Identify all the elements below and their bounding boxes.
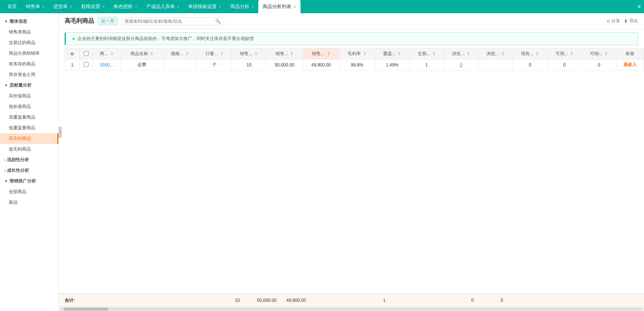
close-product-stock-tab[interactable]: ×: [177, 4, 179, 9]
sidebar-item-high-value[interactable]: 高价值商品: [0, 91, 58, 101]
top-nav: 首页 销售单 × 进货单 × 权限设置 × 角色授权 × 产成品入库单 × 单据…: [0, 0, 644, 13]
info-icon: ✦: [72, 36, 75, 41]
sort-code-icon: ⇕: [110, 51, 114, 56]
sort-sales1-icon: ⇕: [254, 51, 258, 56]
sidebar-item-stock-goods[interactable]: 有库存的商品: [0, 59, 58, 69]
nav-permissions[interactable]: 权限设置 ×: [77, 0, 109, 13]
nav-roles[interactable]: 角色授权 ×: [109, 0, 141, 13]
sidebar-item-new-goods[interactable]: 新品: [0, 197, 58, 208]
sidebar-item-low-margin[interactable]: 低毛利商品: [0, 144, 58, 155]
cell-unit: 个: [197, 59, 232, 70]
sidebar-section-overall[interactable]: ▼ 整体信息: [0, 16, 58, 27]
col-coverage[interactable]: 覆盖... ⇕: [375, 48, 409, 59]
col-stock2[interactable]: 可用... ⇕: [547, 48, 582, 59]
nav-home[interactable]: 首页: [3, 0, 21, 13]
search-input[interactable]: [125, 19, 214, 24]
col-settings[interactable]: ⚙: [65, 48, 80, 59]
col-name[interactable]: 商品名称 ⇕: [121, 48, 163, 59]
cell-coverage: 1.49%: [375, 59, 409, 70]
settings-icon[interactable]: ⚙: [70, 51, 74, 57]
sort-spec-icon: ⇕: [186, 51, 189, 56]
cell-browse2: [478, 59, 513, 70]
sidebar-item-high-coverage[interactable]: 高覆盖量商品: [0, 112, 58, 123]
cell-code[interactable]: 0000...: [93, 59, 121, 70]
close-sales-tab[interactable]: ×: [42, 4, 44, 9]
export-button[interactable]: ⬆ 导出: [624, 18, 638, 24]
sidebar-item-stock-capital[interactable]: 库存资金占用: [0, 69, 58, 80]
header-actions: ⎋ 分享 ⬆ 导出: [607, 18, 638, 24]
sidebar-item-traded-goods[interactable]: 交易过的商品: [0, 37, 58, 48]
page-title: 高毛利商品: [65, 17, 94, 25]
cell-stock2: 0: [547, 59, 582, 70]
share-button[interactable]: ⎋ 分享: [607, 18, 620, 24]
col-unit[interactable]: 计量... ⇕: [197, 48, 232, 59]
arrow-contribution: ▼: [4, 83, 8, 87]
sort-name-icon: ⇕: [150, 51, 154, 56]
col-checkbox[interactable]: [80, 48, 93, 59]
col-stock3[interactable]: 可销... ⇕: [582, 48, 616, 59]
sort-transactions-icon: ⇕: [432, 51, 436, 56]
col-stock1[interactable]: 现有... ⇕: [513, 48, 547, 59]
sidebar-item-sales-goods[interactable]: 销售类商品: [0, 27, 58, 37]
sidebar-toggle[interactable]: «: [59, 127, 62, 138]
sidebar-section-growth[interactable]: › 成长性分析: [0, 165, 58, 176]
cell-stock3: 0: [582, 59, 616, 70]
cell-browse1[interactable]: 0: [444, 59, 478, 70]
scrollbar-thumb[interactable]: [64, 308, 108, 311]
filter-recent-month[interactable]: 近一月: [98, 17, 118, 25]
col-spec[interactable]: 规格... ⇕: [163, 48, 197, 59]
col-tag[interactable]: 标签: [616, 48, 644, 59]
col-browse1[interactable]: 浏览... ⇕: [444, 48, 478, 59]
col-transactions[interactable]: 交易... ⇕: [409, 48, 444, 59]
nav-purchase[interactable]: 进货单 ×: [49, 0, 76, 13]
sidebar-item-high-margin[interactable]: 高毛利商品: [0, 133, 58, 144]
select-all-checkbox[interactable]: [84, 51, 89, 56]
bottom-scrollbar[interactable]: [59, 307, 644, 311]
export-icon: ⬆: [624, 18, 628, 24]
col-browse2[interactable]: 浏览... ⇕: [478, 48, 513, 59]
close-all-tabs[interactable]: ×: [637, 3, 641, 11]
search-box[interactable]: 🔍: [121, 17, 224, 25]
table-header-row: ⚙ 商... ⇕ 商品名称 ⇕: [65, 48, 644, 59]
sidebar-section-trend[interactable]: › 流趋性分析: [0, 155, 58, 165]
footer-stock1: 0: [458, 298, 487, 303]
sidebar-section-contribution[interactable]: ▼ 贡献量分析: [0, 80, 58, 91]
cell-tag: 高收入: [616, 59, 644, 70]
tag-badge: 高收入: [623, 62, 637, 67]
col-gross-rate[interactable]: 毛利率 ⇕: [339, 48, 375, 59]
close-analysis-list-tab[interactable]: ×: [294, 4, 296, 9]
row-checkbox[interactable]: [84, 62, 89, 67]
sort-unit-icon: ⇕: [220, 51, 224, 56]
sidebar-item-all-goods[interactable]: 全部商品: [0, 187, 58, 197]
cell-transactions: 1: [409, 59, 444, 70]
sidebar-item-category-rate[interactable]: 商品分类助销率: [0, 48, 58, 59]
close-roles-tab[interactable]: ×: [135, 4, 137, 9]
col-code[interactable]: 商... ⇕: [93, 48, 121, 59]
nav-template[interactable]: 单据模板设置 ×: [184, 0, 226, 13]
cell-stock1: 0: [513, 59, 547, 70]
nav-product-stock[interactable]: 产成品入库单 ×: [142, 0, 184, 13]
sidebar-item-low-value[interactable]: 低价值商品: [0, 101, 58, 112]
sidebar: ▼ 整体信息 销售类商品 交易过的商品 商品分类助销率 有库存的商品 库存资金占…: [0, 13, 59, 311]
col-sales2[interactable]: 销售... ⇕: [266, 48, 303, 59]
sidebar-section-marketing[interactable]: ▼ 营销推广分析: [0, 176, 58, 187]
sidebar-item-low-coverage[interactable]: 低覆盖量商品: [0, 123, 58, 133]
share-icon: ⎋: [607, 18, 610, 24]
cell-checkbox[interactable]: [80, 59, 93, 70]
close-template-tab[interactable]: ×: [219, 4, 221, 9]
nav-product-analysis-list[interactable]: 商品分析列表 ×: [258, 0, 300, 13]
sidebar-wrapper: ▼ 整体信息 销售类商品 交易过的商品 商品分类助销率 有库存的商品 库存资金占…: [0, 13, 59, 311]
scrollbar-track: [60, 308, 643, 311]
search-icon[interactable]: 🔍: [215, 19, 221, 24]
footer-sales3: 49,900.00: [281, 298, 311, 303]
nav-product-analysis[interactable]: 商品分析 ×: [226, 0, 258, 13]
col-sales1[interactable]: 销售... ⇕: [232, 48, 266, 59]
col-sales3[interactable]: 销售... ⇕: [303, 48, 339, 59]
footer-stock2: 0: [487, 298, 517, 303]
close-permissions-tab[interactable]: ×: [102, 4, 105, 9]
close-analysis-tab[interactable]: ×: [252, 4, 254, 9]
arrow-growth: ›: [4, 169, 6, 173]
close-purchase-tab[interactable]: ×: [70, 4, 72, 9]
footer-label: 合计:: [65, 297, 75, 304]
nav-sales[interactable]: 销售单 ×: [21, 0, 49, 13]
